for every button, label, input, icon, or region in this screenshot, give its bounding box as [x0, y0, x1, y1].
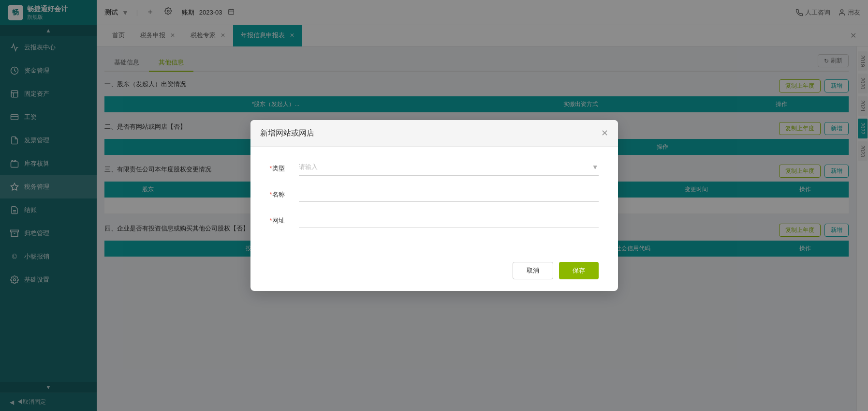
dialog-close-btn[interactable]: ✕: [601, 128, 608, 138]
save-button[interactable]: 保存: [559, 262, 599, 279]
name-input-wrap: [299, 187, 599, 202]
type-dropdown-arrow[interactable]: ▼: [592, 163, 599, 171]
url-input-wrap: [299, 213, 599, 228]
modal-overlay[interactable]: 新增网站或网店 ✕ *类型 ▼ *名称: [0, 0, 868, 411]
type-label: *类型: [270, 164, 299, 173]
name-required-mark: *: [270, 191, 272, 198]
name-label: *名称: [270, 190, 299, 199]
form-field-url: *网址: [270, 213, 599, 228]
form-field-name: *名称: [270, 187, 599, 202]
dialog-header: 新增网站或网店 ✕: [250, 120, 618, 147]
dialog-body: *类型 ▼ *名称 *网址: [250, 147, 618, 254]
dialog-add-website: 新增网站或网店 ✕ *类型 ▼ *名称: [250, 120, 618, 291]
dialog-footer: 取消 保存: [250, 254, 618, 291]
type-required-mark: *: [270, 165, 272, 172]
url-required-mark: *: [270, 217, 272, 224]
form-field-type: *类型 ▼: [270, 161, 599, 176]
name-input[interactable]: [299, 187, 599, 198]
url-label: *网址: [270, 216, 299, 225]
dialog-title: 新增网站或网店: [260, 128, 314, 138]
type-input-wrap: ▼: [299, 161, 599, 176]
cancel-button[interactable]: 取消: [513, 262, 553, 279]
type-input[interactable]: [299, 161, 592, 172]
url-input[interactable]: [299, 213, 599, 225]
